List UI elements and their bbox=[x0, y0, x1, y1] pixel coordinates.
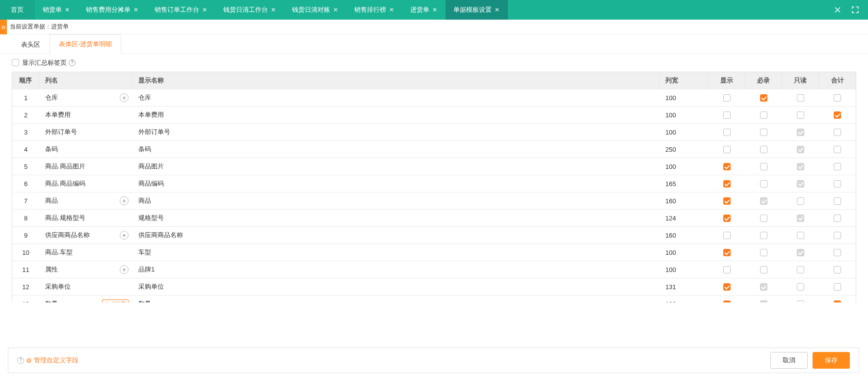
cell-display-name[interactable]: 本单费用 bbox=[132, 107, 659, 124]
checkbox[interactable] bbox=[797, 94, 804, 102]
checkbox[interactable] bbox=[760, 215, 767, 222]
checkbox[interactable] bbox=[760, 111, 767, 119]
checkbox[interactable] bbox=[797, 111, 804, 119]
checkbox[interactable] bbox=[723, 94, 731, 102]
cell-display-name[interactable]: 外部订单号 bbox=[132, 124, 659, 141]
checkbox[interactable] bbox=[834, 94, 841, 102]
close-all-icon[interactable] bbox=[829, 0, 846, 20]
table-row[interactable]: 4条码条码250 bbox=[12, 141, 856, 158]
table-row[interactable]: 3外部订单号外部订单号100 bbox=[12, 124, 856, 141]
col-header-index[interactable]: 顺序 bbox=[12, 72, 39, 89]
checkbox[interactable] bbox=[834, 266, 841, 273]
checkbox[interactable] bbox=[760, 266, 767, 273]
top-tab[interactable]: 销售费用分摊单✕ bbox=[78, 0, 147, 20]
checkbox[interactable] bbox=[723, 146, 731, 153]
cell-display-name[interactable]: 车型 bbox=[132, 244, 659, 261]
table-row[interactable]: 10商品.车型车型100 bbox=[12, 244, 856, 261]
col-header-name[interactable]: 列名 bbox=[39, 72, 132, 89]
table-row[interactable]: 6商品.商品编码商品编码165 bbox=[12, 175, 856, 192]
checkbox[interactable] bbox=[760, 146, 767, 153]
cell-width[interactable]: 124 bbox=[659, 210, 709, 227]
checkbox[interactable] bbox=[834, 283, 841, 291]
cell-display-name[interactable]: 仓库 bbox=[132, 89, 659, 107]
cell-width[interactable]: 160 bbox=[659, 192, 709, 210]
top-tab[interactable]: 销售订单工作台✕ bbox=[147, 0, 215, 20]
show-summary-tab-input[interactable] bbox=[12, 59, 19, 66]
col-header-width[interactable]: 列宽 bbox=[659, 72, 709, 89]
cell-width[interactable]: 131 bbox=[659, 278, 709, 296]
checkbox[interactable] bbox=[834, 232, 841, 239]
checkbox[interactable] bbox=[723, 300, 731, 303]
col-header-display[interactable]: 显示名称 bbox=[132, 72, 659, 89]
checkbox[interactable] bbox=[797, 266, 804, 273]
checkbox[interactable] bbox=[834, 249, 841, 256]
add-icon[interactable]: + bbox=[120, 196, 129, 205]
close-icon[interactable]: ✕ bbox=[333, 6, 338, 13]
top-tab[interactable]: 钱货日清对账✕ bbox=[284, 0, 346, 20]
add-icon[interactable]: + bbox=[120, 265, 129, 274]
checkbox[interactable] bbox=[760, 180, 767, 188]
table-row[interactable]: 12采购单位采购单位131 bbox=[12, 278, 856, 296]
table-row[interactable]: 11属性+品牌1100 bbox=[12, 261, 856, 278]
cell-width[interactable]: 100 bbox=[659, 124, 709, 141]
cell-width[interactable]: 100 bbox=[659, 89, 709, 107]
top-tab[interactable]: 钱货日清工作台✕ bbox=[215, 0, 284, 20]
checkbox[interactable] bbox=[760, 249, 767, 256]
cell-display-name[interactable]: 品牌1 bbox=[132, 261, 659, 278]
table-row[interactable]: 13数量公式设置数量100 bbox=[12, 296, 856, 302]
checkbox[interactable] bbox=[723, 129, 731, 136]
checkbox[interactable] bbox=[760, 129, 767, 136]
checkbox[interactable] bbox=[723, 111, 731, 119]
close-icon[interactable]: ✕ bbox=[202, 6, 207, 13]
top-tab[interactable]: 销货单✕ bbox=[35, 0, 78, 20]
checkbox[interactable] bbox=[723, 283, 731, 291]
checkbox[interactable] bbox=[723, 163, 731, 170]
cell-width[interactable]: 165 bbox=[659, 175, 709, 192]
checkbox[interactable] bbox=[723, 249, 731, 256]
close-icon[interactable]: ✕ bbox=[133, 6, 138, 13]
checkbox[interactable] bbox=[723, 266, 731, 273]
cell-width[interactable]: 250 bbox=[659, 141, 709, 158]
cell-display-name[interactable]: 商品图片 bbox=[132, 158, 659, 175]
cell-display-name[interactable]: 采购单位 bbox=[132, 278, 659, 296]
top-tab[interactable]: 销售排行榜✕ bbox=[346, 0, 402, 20]
section-tab[interactable]: 表头区 bbox=[12, 35, 50, 54]
table-row[interactable]: 9供应商商品名称+供应商商品名称160 bbox=[12, 227, 856, 244]
checkbox[interactable] bbox=[834, 197, 841, 205]
cell-display-name[interactable]: 条码 bbox=[132, 141, 659, 158]
show-summary-tab-checkbox[interactable]: 显示汇总标签页 bbox=[12, 58, 67, 67]
checkbox[interactable] bbox=[834, 146, 841, 153]
checkbox[interactable] bbox=[760, 94, 767, 102]
checkbox[interactable] bbox=[797, 232, 804, 239]
checkbox[interactable] bbox=[834, 180, 841, 188]
add-icon[interactable]: + bbox=[120, 93, 129, 102]
checkbox[interactable] bbox=[797, 197, 804, 205]
cell-display-name[interactable]: 商品编码 bbox=[132, 175, 659, 192]
cell-width[interactable]: 100 bbox=[659, 244, 709, 261]
fullscreen-icon[interactable] bbox=[846, 0, 864, 20]
cell-width[interactable]: 100 bbox=[659, 296, 709, 302]
cell-width[interactable]: 100 bbox=[659, 107, 709, 124]
checkbox[interactable] bbox=[797, 283, 804, 291]
close-icon[interactable]: ✕ bbox=[271, 6, 276, 13]
cell-display-name[interactable]: 供应商商品名称 bbox=[132, 227, 659, 244]
close-icon[interactable]: ✕ bbox=[495, 6, 500, 13]
cell-display-name[interactable]: 数量 bbox=[132, 296, 659, 302]
close-icon[interactable]: ✕ bbox=[389, 6, 394, 13]
cell-display-name[interactable]: 规格型号 bbox=[132, 210, 659, 227]
table-row[interactable]: 8商品.规格型号规格型号124 bbox=[12, 210, 856, 227]
checkbox[interactable] bbox=[723, 232, 731, 239]
checkbox[interactable] bbox=[834, 163, 841, 170]
checkbox[interactable] bbox=[760, 232, 767, 239]
table-row[interactable]: 2本单费用本单费用100 bbox=[12, 107, 856, 124]
table-row[interactable]: 5商品.商品图片商品图片100 bbox=[12, 158, 856, 175]
checkbox[interactable] bbox=[797, 300, 804, 303]
col-header-required[interactable]: 必录 bbox=[745, 72, 782, 89]
checkbox[interactable] bbox=[834, 215, 841, 222]
col-header-sum[interactable]: 合计 bbox=[819, 72, 856, 89]
checkbox[interactable] bbox=[834, 300, 841, 303]
formula-tag[interactable]: 公式设置 bbox=[102, 299, 129, 302]
checkbox[interactable] bbox=[834, 111, 841, 119]
section-tab[interactable]: 表体区-进货单明细 bbox=[50, 34, 121, 54]
checkbox[interactable] bbox=[834, 129, 841, 136]
